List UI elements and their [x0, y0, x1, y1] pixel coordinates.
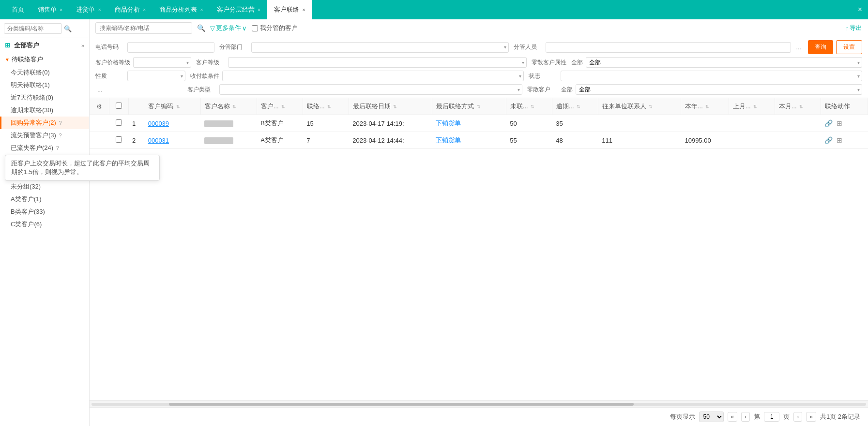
phone-input[interactable]	[127, 42, 214, 53]
col-action: 联络动作	[821, 98, 868, 115]
more-fields-ellipsis[interactable]: ...	[95, 86, 105, 93]
action-link-icon[interactable]: 🔗	[824, 136, 833, 144]
sidebar-7day-pending[interactable]: 近7天待联络(0)	[0, 91, 89, 104]
horizontal-scrollbar[interactable]	[90, 400, 868, 407]
total-label: 共1页 2条记录	[820, 412, 860, 421]
sidebar-repurchase-abnormal[interactable]: 回购异常客户(2) ?	[0, 117, 89, 129]
nav-home[interactable]: 首页	[5, 0, 31, 19]
col-customer-level[interactable]: 客户... ⇅	[257, 98, 303, 115]
prev-page-btn[interactable]: ‹	[741, 412, 750, 422]
scrollbar-thumb[interactable]	[169, 403, 634, 406]
col-partner-contact[interactable]: 往来单位联系人 ⇅	[598, 98, 681, 115]
sidebar-overdue-pending[interactable]: 逾期未联络(30)	[0, 104, 89, 117]
nav-purchase-order[interactable]: 进货单 ×	[69, 0, 107, 19]
row-last-contact-method[interactable]: 下销货单	[432, 132, 506, 149]
sidebar: 🔍 ⊞ 全部客户 » ▼ 待联络客户 今天待联络(0) 明天待联络(1) 近7天…	[0, 19, 90, 426]
action-grid-icon[interactable]: ⊞	[837, 119, 842, 127]
scrollbar-track	[91, 403, 866, 406]
col-this-month[interactable]: 本月... ⇅	[775, 98, 821, 115]
sidebar-search-input[interactable]	[4, 23, 62, 34]
col-last-contact-method[interactable]: 最后联络方式 ⇅	[432, 98, 506, 115]
row-last-contact-method[interactable]: 下销货单	[432, 115, 506, 132]
retail-attr-select[interactable]: 全部	[586, 57, 862, 68]
nav-sales-order[interactable]: 销售单 ×	[31, 0, 69, 19]
action-grid-icon[interactable]: ⊞	[837, 136, 842, 144]
nav-customer-tier[interactable]: 客户分层经营 ×	[210, 0, 267, 19]
nav-close-customer-contact[interactable]: ×	[302, 7, 305, 13]
col-this-year[interactable]: 本年... ⇅	[681, 98, 729, 115]
nav-close-purchase-order[interactable]: ×	[98, 7, 101, 13]
col-customer-code[interactable]: 客户编码 ⇅	[144, 98, 200, 115]
sidebar-pending-contact-group[interactable]: ▼ 待联络客户	[0, 53, 89, 66]
row-action: 🔗 ⊞	[821, 132, 868, 149]
repurchase-info-icon[interactable]: ?	[59, 120, 62, 126]
col-uncontacted[interactable]: 未联... ⇅	[506, 98, 552, 115]
col-customer-name[interactable]: 客户名称 ⇅	[200, 98, 257, 115]
row-checkbox[interactable]	[109, 132, 128, 149]
gender-select[interactable]	[127, 71, 185, 81]
first-page-btn[interactable]: «	[728, 412, 738, 422]
settings-icon[interactable]: ⚙	[96, 103, 102, 110]
action-link-icon[interactable]: 🔗	[824, 119, 833, 127]
row-checkbox[interactable]	[109, 115, 128, 132]
price-level-select[interactable]	[133, 57, 191, 68]
branch-person-input[interactable]	[546, 42, 791, 53]
nav-close-customer-tier[interactable]: ×	[258, 7, 260, 13]
sidebar-tomorrow-pending[interactable]: 明天待联络(1)	[0, 79, 89, 91]
page-size-select[interactable]: 50 100 200	[699, 411, 724, 422]
sidebar-already-lost[interactable]: 已流失客户(24) ?	[0, 142, 89, 154]
per-page-label: 每页显示	[670, 412, 695, 421]
col-last-month[interactable]: 上月... ⇅	[729, 98, 775, 115]
sidebar-ungrouped[interactable]: 未分组(32)	[0, 180, 89, 193]
sidebar-collapse-icon[interactable]: »	[81, 43, 84, 48]
customer-level-select[interactable]	[228, 57, 527, 68]
customer-type-select[interactable]	[219, 84, 522, 95]
sidebar-lost-pre[interactable]: 流失预警客户(3) ?	[0, 129, 89, 142]
status-select[interactable]	[561, 71, 862, 81]
col-settings[interactable]: ⚙	[90, 98, 109, 115]
sidebar-all-customers[interactable]: ⊞ 全部客户 »	[0, 38, 89, 53]
nav-close-product-analysis[interactable]: ×	[143, 7, 146, 13]
row-customer-code[interactable]: 000039	[144, 115, 200, 132]
row-customer-code[interactable]: 000031	[144, 132, 200, 149]
col-overdue[interactable]: 逾期... ⇅	[552, 98, 598, 115]
nav-product-analysis[interactable]: 商品分析 ×	[108, 0, 152, 19]
sidebar-today-pending[interactable]: 今天待联络(0)	[0, 66, 89, 79]
row-select-checkbox[interactable]	[116, 119, 122, 126]
select-all-checkbox[interactable]	[116, 103, 122, 109]
col-contact-count[interactable]: 联络... ⇅	[303, 98, 349, 115]
my-customers-checkbox-label[interactable]: 我分管的客户	[252, 24, 298, 32]
nav-customer-contact[interactable]: 客户联络 ×	[267, 0, 312, 19]
page-input[interactable]	[764, 412, 779, 422]
lost-pre-info-icon[interactable]: ?	[59, 132, 62, 138]
nav-close-sales-order[interactable]: ×	[60, 7, 62, 13]
last-page-btn[interactable]: »	[806, 412, 816, 422]
query-button[interactable]: 查询	[808, 40, 833, 54]
grid-icon: ⊞	[5, 42, 10, 49]
payment-terms-select[interactable]	[222, 71, 524, 81]
nav-product-analysis-list[interactable]: 商品分析列表 ×	[152, 0, 210, 19]
more-conditions-btn[interactable]: ▽ 更多条件 ∨	[210, 24, 247, 32]
sidebar-search-icon[interactable]: 🔍	[64, 25, 72, 32]
branch-dept-select[interactable]	[251, 42, 509, 53]
export-button[interactable]: ↑ 导出	[846, 24, 863, 32]
col-last-contact-date[interactable]: 最后联络日期 ⇅	[349, 98, 432, 115]
sidebar-c-customers[interactable]: C类客户(6)	[0, 218, 89, 231]
nav-close-product-analysis-list[interactable]: ×	[200, 7, 203, 13]
row-select-checkbox[interactable]	[116, 136, 122, 143]
filter-retail-customer: 零散客户 全部 全部 ▾	[527, 84, 862, 95]
search-input[interactable]	[95, 22, 192, 34]
branch-person-ellipsis[interactable]: ...	[794, 44, 803, 51]
next-page-btn[interactable]: ›	[793, 412, 802, 422]
already-lost-info-icon[interactable]: ?	[56, 145, 59, 151]
sidebar-b-customers[interactable]: B类客户(33)	[0, 206, 89, 218]
retail-customer-select[interactable]: 全部	[576, 84, 862, 95]
filter-more: ...	[95, 86, 183, 93]
settings-button[interactable]: 设置	[836, 40, 862, 54]
search-button[interactable]: 🔍	[197, 24, 205, 32]
nav-window-close[interactable]: ×	[858, 5, 862, 14]
col-checkbox[interactable]	[109, 98, 128, 115]
row-last-month	[729, 132, 775, 149]
my-customers-checkbox[interactable]	[252, 25, 258, 31]
sidebar-a-customers[interactable]: A类客户(1)	[0, 193, 89, 206]
